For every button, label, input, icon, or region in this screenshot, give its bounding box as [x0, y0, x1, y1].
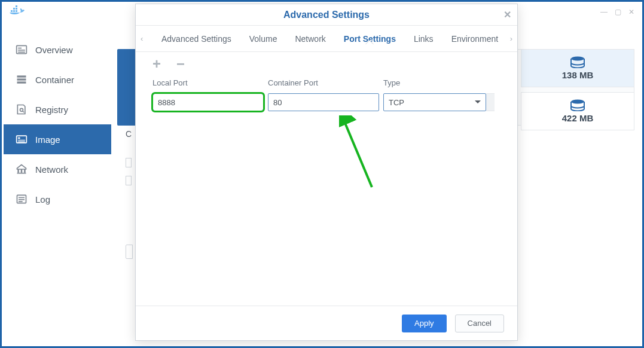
checkbox-fragment: [126, 158, 132, 167]
sidebar-item-label: Container: [35, 75, 74, 85]
list-icon: [16, 74, 28, 86]
sidebar-item-label: Registry: [35, 105, 68, 115]
cancel-button[interactable]: Cancel: [455, 315, 504, 332]
port-table-header: Local Port Container Port Type: [136, 78, 517, 91]
tab-links[interactable]: Links: [405, 34, 442, 44]
disk-stack-icon: [570, 99, 585, 111]
truncated-text: C: [126, 129, 132, 139]
advanced-settings-modal: Advanced Settings ✕ ‹ Advanced Settings …: [135, 4, 518, 341]
svg-rect-8: [18, 50, 25, 51]
svg-rect-3: [13, 8, 15, 10]
image-size: 422 MB: [562, 113, 594, 123]
tab-scroll-right-icon[interactable]: ›: [510, 34, 512, 43]
svg-rect-5: [16, 5, 17, 7]
checkbox-fragment: [126, 176, 132, 185]
svg-line-14: [23, 111, 25, 113]
sidebar-item-overview[interactable]: Overview: [4, 35, 111, 65]
tab-volume[interactable]: Volume: [240, 34, 286, 44]
svg-rect-9: [18, 51, 25, 53]
port-toolbar: + −: [136, 52, 517, 78]
add-icon[interactable]: +: [152, 59, 166, 72]
tab-port-settings[interactable]: Port Settings: [335, 34, 405, 44]
image-size: 138 MB: [562, 70, 594, 80]
svg-rect-26: [19, 201, 23, 202]
svg-rect-20: [21, 169, 23, 173]
tab-environment[interactable]: Environment: [442, 34, 508, 44]
svg-rect-21: [24, 169, 25, 173]
network-icon: [16, 163, 28, 175]
sidebar-item-label: Overview: [35, 45, 73, 55]
modal-tabs: ‹ Advanced Settings Volume Network Port …: [136, 26, 517, 52]
col-type: Type: [383, 78, 490, 91]
modal-title: Advanced Settings ✕: [136, 4, 517, 26]
sidebar-item-label: Image: [35, 135, 60, 145]
tab-scroll-left-icon[interactable]: ‹: [141, 34, 143, 43]
window-maximize-icon[interactable]: ▢: [615, 8, 621, 16]
sidebar-item-label: Network: [35, 164, 68, 175]
svg-rect-0: [11, 10, 13, 12]
port-table-row: TCP: [136, 91, 517, 111]
chevron-down-icon: [475, 100, 481, 106]
window-close-icon[interactable]: ✕: [628, 8, 634, 16]
disk-stack-icon: [570, 56, 585, 68]
svg-point-28: [571, 100, 584, 104]
type-select-value: TCP: [389, 98, 404, 107]
svg-rect-16: [18, 138, 20, 139]
svg-rect-18: [18, 141, 25, 142]
svg-rect-25: [19, 199, 25, 200]
svg-rect-17: [18, 140, 25, 141]
modal-footer: Apply Cancel: [136, 306, 517, 340]
sidebar-item-log[interactable]: Log: [4, 184, 111, 214]
apply-button[interactable]: Apply: [402, 315, 447, 332]
row-trailing-spacer: [486, 93, 495, 111]
svg-rect-24: [19, 197, 25, 199]
search-doc-icon: [16, 103, 28, 115]
svg-rect-22: [17, 173, 26, 174]
local-port-input[interactable]: [152, 93, 264, 111]
container-port-input[interactable]: [268, 93, 379, 111]
sidebar-item-image[interactable]: Image: [4, 124, 111, 154]
image-row[interactable]: 422 MB: [521, 92, 634, 130]
image-icon: [16, 133, 28, 145]
log-icon: [16, 193, 28, 205]
type-select[interactable]: TCP: [383, 93, 486, 111]
sidebar-item-container[interactable]: Container: [4, 65, 111, 94]
svg-rect-1: [13, 10, 15, 12]
card-icon: [16, 44, 28, 56]
svg-rect-2: [16, 10, 17, 12]
svg-rect-12: [17, 81, 26, 83]
sidebar-item-network[interactable]: Network: [4, 154, 111, 184]
tab-advanced-settings[interactable]: Advanced Settings: [152, 34, 240, 44]
button-fragment: [126, 245, 133, 259]
image-row[interactable]: 138 MB: [521, 49, 634, 87]
remove-icon[interactable]: −: [176, 59, 190, 72]
svg-rect-19: [17, 169, 19, 173]
tab-network[interactable]: Network: [286, 34, 334, 44]
svg-rect-10: [17, 75, 26, 77]
svg-rect-4: [16, 8, 17, 10]
sidebar: Overview Container Registry Image Networ…: [4, 20, 111, 344]
sidebar-item-registry[interactable]: Registry: [4, 94, 111, 124]
app-window: — ▢ ✕ Overview Container Registry Image: [4, 4, 640, 344]
docker-icon: [10, 5, 26, 19]
col-local-port: Local Port: [152, 78, 268, 91]
svg-rect-11: [17, 78, 26, 80]
sidebar-item-label: Log: [35, 194, 50, 204]
svg-rect-7: [18, 48, 22, 49]
svg-point-27: [571, 57, 584, 61]
window-minimize-icon[interactable]: —: [600, 8, 608, 16]
close-icon[interactable]: ✕: [503, 9, 511, 20]
col-container-port: Container Port: [268, 78, 383, 91]
modal-title-text: Advanced Settings: [283, 10, 370, 20]
